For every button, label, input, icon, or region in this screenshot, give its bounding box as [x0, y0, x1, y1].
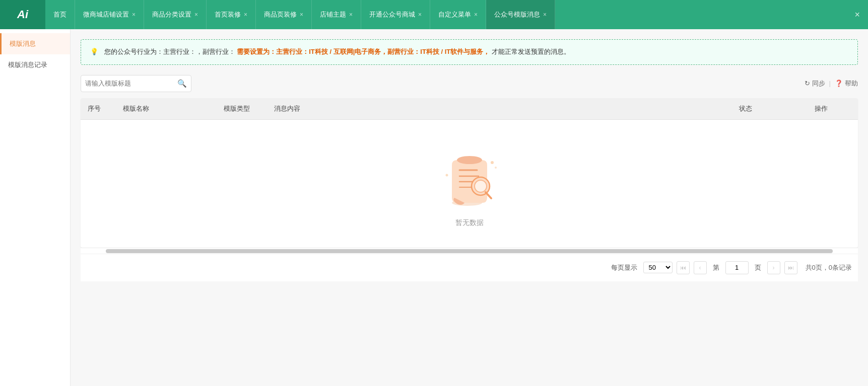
tab-custom-menu-label: 自定义菜单	[438, 10, 471, 19]
page-size-select[interactable]: 50 20 100	[643, 262, 673, 273]
sidebar-item-template-msg-record[interactable]: 模版消息记录	[0, 54, 70, 75]
svg-point-11	[445, 174, 448, 176]
page-last-button[interactable]: ⏭	[784, 261, 797, 274]
pagination: 每页显示 50 20 100 ⏮ ‹ 第 页 › ⏭ 共0页，0条记录	[81, 254, 858, 281]
search-box[interactable]: 🔍	[81, 75, 191, 92]
table-header-row: 序号 模版名称 模版类型 消息内容 状态 操作	[81, 98, 858, 120]
main-layout: 模版消息 模版消息记录 💡 您的公众号行业为：主营行业：，副营行业： 需要设置为…	[0, 29, 868, 386]
empty-state-icon	[439, 150, 500, 210]
tab-shop-settings-close[interactable]: ×	[132, 11, 136, 18]
tab-home-label: 首页	[53, 10, 66, 19]
tab-home[interactable]: 首页	[45, 0, 75, 29]
help-button[interactable]: ❓ 帮助	[835, 79, 858, 88]
tab-custom-menu-close[interactable]: ×	[474, 11, 478, 18]
col-header-seq: 序号	[81, 98, 116, 120]
tab-homepage-decor[interactable]: 首页装修 ×	[207, 0, 256, 29]
info-banner-highlight: 需要设置为：主营行业：IT科技 / 互联网|电子商务，副营行业：IT科技 / I…	[237, 48, 490, 55]
tab-category-settings[interactable]: 商品分类设置 ×	[144, 0, 207, 29]
page-first-button[interactable]: ⏮	[677, 261, 690, 274]
tab-homepage-decor-label: 首页装修	[215, 10, 241, 19]
svg-point-7	[475, 180, 487, 192]
empty-state: 暂无数据	[81, 120, 858, 248]
col-header-action: 操作	[808, 98, 858, 120]
page-size-label: 每页显示	[611, 263, 637, 272]
toolbar: 🔍 ↻ 同步 | ❓ 帮助	[81, 75, 858, 92]
page-prev-button[interactable]: ‹	[694, 261, 707, 274]
tab-custom-menu[interactable]: 自定义菜单 ×	[430, 0, 486, 29]
tab-product-decor-close[interactable]: ×	[300, 11, 303, 18]
page-next-button[interactable]: ›	[767, 261, 780, 274]
svg-point-10	[495, 167, 497, 169]
tab-category-settings-close[interactable]: ×	[194, 11, 198, 18]
tab-template-msg[interactable]: 公众号模版消息 ×	[486, 0, 555, 29]
table-body: 暂无数据	[81, 119, 858, 248]
nav-tabs: 首页 微商城店铺设置 × 商品分类设置 × 首页装修 × 商品页装修 × 店铺主…	[45, 0, 846, 29]
sidebar-item-template-msg-label: 模版消息	[10, 40, 36, 47]
search-input[interactable]	[85, 80, 177, 87]
close-all-tabs-button[interactable]: ×	[846, 10, 868, 20]
tab-open-mall[interactable]: 开通公众号商城 ×	[361, 0, 430, 29]
logo: Ai	[0, 0, 45, 29]
help-circle-icon: ❓	[835, 80, 843, 87]
col-header-content: 消息内容	[267, 98, 732, 120]
col-header-type: 模版类型	[217, 98, 267, 120]
empty-row: 暂无数据	[81, 119, 858, 248]
page-label-before: 第	[713, 263, 719, 272]
info-banner: 💡 您的公众号行业为：主营行业：，副营行业： 需要设置为：主营行业：IT科技 /…	[81, 39, 858, 65]
tab-store-theme[interactable]: 店铺主题 ×	[312, 0, 361, 29]
col-header-status: 状态	[732, 98, 808, 120]
col-header-name: 模版名称	[116, 98, 217, 120]
tab-template-msg-close[interactable]: ×	[543, 11, 547, 18]
sync-button[interactable]: ↻ 同步	[805, 79, 825, 88]
sync-label: 同步	[812, 79, 825, 88]
data-table: 序号 模版名称 模版类型 消息内容 状态 操作	[81, 98, 858, 248]
light-icon: 💡	[90, 48, 98, 55]
logo-text: Ai	[17, 8, 28, 21]
tab-store-theme-label: 店铺主题	[320, 10, 346, 19]
toolbar-right: ↻ 同步 | ❓ 帮助	[805, 79, 858, 88]
current-page-input[interactable]	[725, 261, 749, 274]
top-nav: Ai 首页 微商城店铺设置 × 商品分类设置 × 首页装修 × 商品页装修 × …	[0, 0, 868, 29]
scrollbar-thumb[interactable]	[106, 249, 833, 253]
info-banner-suffix: 才能正常发送预置的消息。	[492, 48, 570, 55]
content-area: 💡 您的公众号行业为：主营行业：，副营行业： 需要设置为：主营行业：IT科技 /…	[71, 29, 868, 386]
tab-category-settings-label: 商品分类设置	[152, 10, 191, 19]
tab-product-decor[interactable]: 商品页装修 ×	[256, 0, 312, 29]
horizontal-scrollbar[interactable]	[81, 248, 858, 254]
tab-product-decor-label: 商品页装修	[264, 10, 297, 19]
sidebar-item-template-msg[interactable]: 模版消息	[0, 33, 70, 54]
sync-refresh-icon: ↻	[805, 80, 810, 87]
help-label: 帮助	[845, 79, 858, 88]
empty-state-text: 暂无数据	[455, 218, 484, 227]
page-label-after: 页	[755, 263, 761, 272]
toolbar-divider: |	[829, 80, 831, 87]
tab-shop-settings[interactable]: 微商城店铺设置 ×	[75, 0, 144, 29]
svg-point-1	[457, 156, 482, 164]
tab-shop-settings-label: 微商城店铺设置	[83, 10, 129, 19]
info-banner-prefix: 您的公众号行业为：主营行业：，副营行业：	[104, 48, 235, 55]
sidebar-item-template-msg-record-label: 模版消息记录	[8, 61, 47, 68]
tab-homepage-decor-close[interactable]: ×	[244, 11, 247, 18]
tab-store-theme-close[interactable]: ×	[349, 11, 353, 18]
svg-point-9	[491, 161, 494, 164]
search-icon[interactable]: 🔍	[177, 79, 187, 88]
tab-open-mall-label: 开通公众号商城	[369, 10, 415, 19]
total-info: 共0页，0条记录	[806, 263, 852, 272]
sidebar: 模版消息 模版消息记录	[0, 29, 71, 386]
tab-template-msg-label: 公众号模版消息	[494, 10, 540, 19]
tab-open-mall-close[interactable]: ×	[418, 11, 422, 18]
